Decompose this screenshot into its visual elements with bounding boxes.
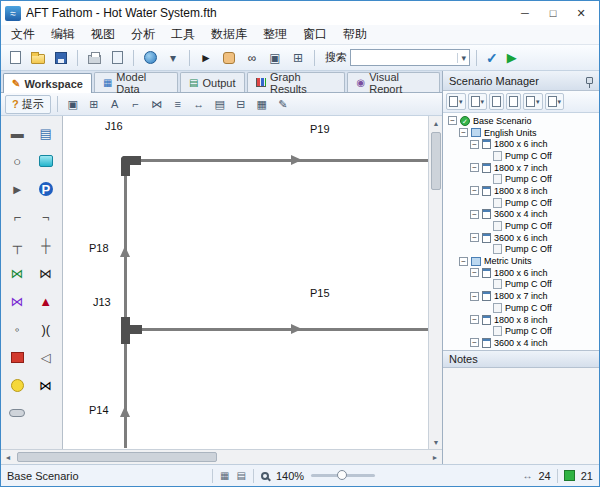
junction-j16-elbow[interactable] bbox=[121, 156, 130, 176]
scroll-up-icon[interactable]: ▲ bbox=[429, 116, 443, 130]
heat-exchanger-tool[interactable] bbox=[3, 343, 32, 371]
list-view-icon[interactable]: ≡ bbox=[169, 95, 187, 113]
expand-collapse-icon[interactable]: − bbox=[470, 268, 479, 277]
expand-collapse-icon[interactable]: − bbox=[470, 292, 479, 301]
edit-icon[interactable]: ✎ bbox=[274, 95, 292, 113]
pipe-p19[interactable] bbox=[137, 159, 428, 162]
sheet-icon[interactable]: ▤ bbox=[211, 95, 229, 113]
print-button[interactable] bbox=[84, 48, 104, 68]
tree-node-8[interactable]: Pump C Off bbox=[445, 197, 599, 209]
run-model-icon[interactable]: ▶ bbox=[504, 50, 520, 65]
tree-node-17[interactable]: Pump C Off bbox=[445, 302, 599, 314]
maximize-button[interactable]: □ bbox=[539, 3, 567, 23]
tree-node-16[interactable]: −1800 x 7 inch bbox=[445, 290, 599, 302]
menu-item-3[interactable]: 视图 bbox=[83, 25, 123, 44]
delete-scenario-button[interactable] bbox=[489, 93, 504, 110]
vertical-scroll-thumb[interactable] bbox=[431, 132, 441, 190]
tree-node-5[interactable]: −1800 x 7 inch bbox=[445, 162, 599, 174]
select-pointer-button[interactable]: ► bbox=[196, 48, 216, 68]
workspace-canvas[interactable]: J16 P19 P18 J13 P15 P14 bbox=[63, 116, 428, 449]
hint-button[interactable]: ? 提示 bbox=[5, 95, 51, 114]
cross-tool[interactable]: ┼ bbox=[32, 231, 61, 259]
expand-collapse-icon[interactable]: − bbox=[448, 116, 457, 125]
scenario-options-button[interactable]: ▾ bbox=[545, 93, 565, 110]
menu-item-4[interactable]: 分析 bbox=[123, 25, 163, 44]
bend-tool[interactable]: ¬ bbox=[32, 203, 61, 231]
expand-collapse-icon[interactable]: − bbox=[470, 210, 479, 219]
tree-node-9[interactable]: −3600 x 4 inch bbox=[445, 209, 599, 221]
expand-collapse-icon[interactable]: − bbox=[459, 257, 468, 266]
grid-button[interactable]: ⊞ bbox=[288, 48, 308, 68]
tree-node-6[interactable]: Pump C Off bbox=[445, 173, 599, 185]
junction-j13-tee[interactable] bbox=[128, 325, 142, 334]
validate-check-icon[interactable]: ✓ bbox=[483, 50, 501, 66]
pipe-tool[interactable]: ▬ bbox=[3, 119, 32, 147]
expand-collapse-icon[interactable]: − bbox=[470, 140, 479, 149]
insert-scenario-button[interactable]: ▾ bbox=[468, 93, 488, 110]
tree-node-11[interactable]: −3600 x 6 inch bbox=[445, 232, 599, 244]
tree-node-13[interactable]: −Metric Units bbox=[445, 255, 599, 267]
horizontal-scrollbar[interactable]: ◄ ► bbox=[1, 449, 442, 464]
expand-collapse-icon[interactable]: − bbox=[470, 186, 479, 195]
text-annotation-icon[interactable]: A bbox=[106, 95, 124, 113]
tab-output[interactable]: ▤Output bbox=[180, 72, 244, 92]
open-file-button[interactable] bbox=[28, 48, 48, 68]
jet-pump-tool[interactable]: ◁ bbox=[32, 343, 61, 371]
table-icon[interactable]: ▦ bbox=[253, 95, 271, 113]
pipe-drawing-icon[interactable]: ⌐ bbox=[127, 95, 145, 113]
scroll-left-icon[interactable]: ◄ bbox=[1, 450, 15, 464]
overview-map-icon[interactable]: ▦ bbox=[220, 470, 229, 481]
copy-button[interactable] bbox=[107, 48, 127, 68]
tab-model-data[interactable]: ▦Model Data bbox=[94, 72, 178, 92]
grid-size-icon[interactable]: ↔ bbox=[523, 470, 533, 481]
annotation-tool[interactable]: ▤ bbox=[32, 119, 61, 147]
dropdown-caret-button[interactable]: ▾ bbox=[163, 48, 183, 68]
tree-node-15[interactable]: Pump C Off bbox=[445, 279, 599, 291]
tab-graph-results[interactable]: Graph Results bbox=[247, 72, 346, 92]
tree-node-18[interactable]: −1800 x 8 inch bbox=[445, 314, 599, 326]
menu-item-8[interactable]: 窗口 bbox=[295, 25, 335, 44]
promote-scenario-button[interactable] bbox=[506, 93, 521, 110]
notes-body[interactable] bbox=[443, 368, 599, 464]
tree-node-19[interactable]: Pump C Off bbox=[445, 325, 599, 337]
relief-valve-tool[interactable]: ▲ bbox=[32, 287, 61, 315]
expand-collapse-icon[interactable]: − bbox=[459, 128, 468, 137]
tee-tool[interactable]: ┬ bbox=[3, 231, 32, 259]
pan-hand-button[interactable] bbox=[219, 48, 239, 68]
zoom-select-icon[interactable]: ▣ bbox=[64, 95, 82, 113]
tree-node-10[interactable]: Pump C Off bbox=[445, 220, 599, 232]
tree-node-12[interactable]: Pump C Off bbox=[445, 244, 599, 256]
control-valve-tool[interactable]: ⋈ bbox=[3, 287, 32, 315]
fit-page-icon[interactable]: ▤ bbox=[236, 470, 245, 481]
zoom-window-button[interactable]: ▣ bbox=[265, 48, 285, 68]
snap-grid-icon[interactable]: ⊞ bbox=[85, 95, 103, 113]
pump-tool[interactable]: P bbox=[32, 175, 61, 203]
expand-collapse-icon[interactable]: − bbox=[470, 233, 479, 242]
minimize-button[interactable]: ─ bbox=[511, 3, 539, 23]
expand-collapse-icon[interactable]: − bbox=[470, 163, 479, 172]
expand-collapse-icon[interactable]: − bbox=[470, 315, 479, 324]
branch-tool[interactable]: ○ bbox=[3, 147, 32, 175]
search-input[interactable] bbox=[351, 52, 457, 64]
orifice-tool[interactable]: ◦ bbox=[3, 315, 32, 343]
tree-node-1[interactable]: −✓Base Scenario bbox=[445, 115, 599, 127]
save-button[interactable] bbox=[51, 48, 71, 68]
menu-item-9[interactable]: 帮助 bbox=[335, 25, 375, 44]
tab-workspace[interactable]: ✎Workspace bbox=[3, 73, 92, 93]
scroll-down-icon[interactable]: ▼ bbox=[429, 435, 443, 449]
new-file-button[interactable] bbox=[5, 48, 25, 68]
pipe-p15[interactable] bbox=[141, 328, 428, 331]
zoom-slider[interactable] bbox=[311, 474, 375, 477]
tree-node-4[interactable]: Pump C Off bbox=[445, 150, 599, 162]
zoom-slider-thumb[interactable] bbox=[337, 470, 347, 480]
create-child-scenario-button[interactable]: ▾ bbox=[446, 93, 466, 110]
spray-discharge-tool[interactable]: ► bbox=[3, 175, 32, 203]
collapse-panel-icon[interactable]: ⊟ bbox=[232, 95, 250, 113]
pin-icon[interactable] bbox=[586, 77, 593, 84]
venturi-tool[interactable]: )( bbox=[32, 315, 61, 343]
menu-item-1[interactable]: 文件 bbox=[3, 25, 43, 44]
tree-node-2[interactable]: −English Units bbox=[445, 127, 599, 139]
menu-item-2[interactable]: 编辑 bbox=[43, 25, 83, 44]
tree-node-7[interactable]: −1800 x 8 inch bbox=[445, 185, 599, 197]
pipe-p14[interactable] bbox=[124, 342, 127, 448]
